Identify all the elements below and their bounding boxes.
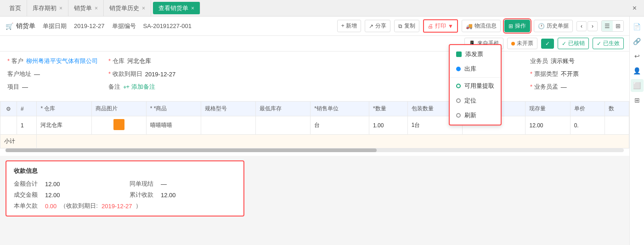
row-price: 0. <box>570 116 604 135</box>
sidebar-return-icon[interactable]: ↩ <box>631 50 644 63</box>
arrears-value: 0.00 <box>45 203 56 210</box>
not-open-button[interactable]: 未开票 <box>507 38 537 49</box>
tab-inventory[interactable]: 库存期初 × <box>27 0 68 16</box>
logistics-button[interactable]: 🚚 物流信息 <box>462 20 501 32</box>
print-button[interactable]: 🖨 打印 ▼ <box>423 19 458 33</box>
check-button[interactable]: ✓ <box>541 39 554 49</box>
col-price: 单价 <box>570 102 604 116</box>
tab-close-sales-history[interactable]: × <box>142 5 145 11</box>
subtotal-data <box>37 135 629 148</box>
sold-out-button[interactable]: ✓ 已核销 <box>558 38 589 49</box>
tab-view-sales[interactable]: 查看销货单 × <box>153 2 200 14</box>
tab-home[interactable]: 首页 <box>4 0 27 16</box>
doc-icon: 🛒 <box>6 23 13 30</box>
amount-total-value: 12.00 <box>45 181 60 188</box>
print-icon: 🖨 <box>428 23 433 29</box>
sidebar-grid-icon[interactable]: ⊞ <box>631 94 644 107</box>
col-image: 商品图片 <box>91 102 146 116</box>
doc-title-area: 🛒 销货单 <box>6 22 35 30</box>
copy-button[interactable]: ⧉ 复制 <box>394 20 419 32</box>
row-warehouse: 河北仓库 <box>37 116 91 135</box>
grid-view-icon[interactable]: ⊞ <box>613 21 623 31</box>
locate-label: 定位 <box>464 97 476 105</box>
cumulative-value: 12.00 <box>161 192 176 199</box>
add-note-button[interactable]: + + 添加备注 <box>123 83 155 91</box>
arrears-note: （收款到期日: <box>60 202 98 210</box>
row-image <box>91 116 146 135</box>
col-spec: 规格型号 <box>201 102 255 116</box>
window-close-button[interactable]: × <box>629 4 640 12</box>
sidebar-link-icon[interactable]: 🔗 <box>631 35 644 48</box>
transaction-label: 成交金额 <box>14 191 41 199</box>
dropdown-available[interactable]: 可用量提取 <box>450 79 501 93</box>
view-toggle: ☰ ⊞ <box>601 20 624 32</box>
payment-title: 收款信息 <box>14 167 236 175</box>
cumulative-row: 累计收款 12.00 <box>130 191 236 199</box>
row-settings[interactable] <box>0 116 17 135</box>
payment-grid: 金额合计 12.00 同单现结 — 成交金额 12.00 累计收款 12.00 … <box>14 180 236 210</box>
address-field: 客户地址 — <box>7 70 99 78</box>
amount-total-row: 金额合计 12.00 <box>14 180 120 188</box>
form-row-2: 客户地址 — 收款到期日 2019-12-27 票据类型 不开票 <box>7 70 622 78</box>
nav-arrows: ‹ › <box>576 21 598 31</box>
outbound-label: 出库 <box>464 65 476 73</box>
transaction-value: 12.00 <box>45 192 60 199</box>
col-settings[interactable]: ⚙ <box>0 102 17 116</box>
col-more: 数 <box>604 102 629 116</box>
staff-field: 业务员 演示账号 <box>530 57 622 65</box>
row-unit: 台 <box>311 116 369 135</box>
warehouse-value: 河北仓库 <box>127 57 151 65</box>
row-product: 嘻嘻嘻嘻 <box>146 116 201 135</box>
tab-close-inventory[interactable]: × <box>59 5 62 11</box>
row-qty: 1.00 <box>369 116 408 135</box>
operate-dropdown: 添发票 出库 可用量提取 定位 刷新 <box>449 44 502 125</box>
arrears-label: 本单欠款 <box>14 202 41 210</box>
customer-field: 客户 柳州粤港平安气体有限公司 <box>7 57 99 65</box>
project-label: 项目 <box>7 83 19 91</box>
staff2-value: — <box>561 84 567 91</box>
cumulative-label: 累计收款 <box>130 191 157 199</box>
staff-label: 业务员 <box>530 57 548 65</box>
customer-label: 客户 <box>7 57 23 65</box>
locate-icon <box>456 98 461 103</box>
row-stock: 12.00 <box>525 116 570 135</box>
list-view-icon[interactable]: ☰ <box>602 21 613 31</box>
tab-sales-history[interactable]: 销货单历史 × <box>104 0 151 16</box>
arrears-note-end: ） <box>136 202 141 210</box>
same-order-row: 同单现结 — <box>130 180 236 188</box>
next-arrow[interactable]: › <box>588 21 598 31</box>
share-icon: ↗ <box>369 23 373 29</box>
sidebar-expand-icon[interactable]: ⬜ <box>631 79 644 92</box>
share-button[interactable]: ↗ 分享 <box>365 20 390 32</box>
horizontal-scrollbar[interactable] <box>6 148 624 152</box>
same-order-label: 同单现结 <box>130 180 157 188</box>
tab-sales[interactable]: 销货单 × <box>68 0 104 16</box>
form-area: 客户 柳州粤港平安气体有限公司 仓库 河北仓库 业务员 演示账号 客户地址 — <box>0 51 629 101</box>
tab-close-sales[interactable]: × <box>95 5 98 11</box>
row-spec <box>201 116 255 135</box>
add-invoice-label: 添发票 <box>465 50 483 58</box>
effective-button[interactable]: ✓ 已生效 <box>593 38 624 49</box>
sidebar-doc-icon[interactable]: 📄 <box>631 20 644 33</box>
available-label: 可用量提取 <box>464 82 494 90</box>
subtotal-row: 小计 <box>0 135 629 148</box>
payment-info: 收款信息 金额合计 12.00 同单现结 — 成交金额 12.00 累计收款 1… <box>6 160 244 217</box>
col-no: # <box>17 102 37 116</box>
dropdown-locate[interactable]: 定位 <box>450 93 501 108</box>
prev-arrow[interactable]: ‹ <box>576 21 587 31</box>
tab-bar: 首页 库存期初 × 销货单 × 销货单历史 × 查看销货单 × × <box>0 0 644 17</box>
dropdown-add-invoice[interactable]: 添发票 <box>450 47 501 62</box>
table-row: 1 河北仓库 嘻嘻嘻嘻 台 1.00 1台 12.00 0. <box>0 116 629 135</box>
col-qty: *数量 <box>369 102 408 116</box>
dropdown-refresh[interactable]: 刷新 <box>450 108 501 123</box>
form-row-3: 项目 — 备注 + + 添加备注 业务员孟 — <box>7 83 622 91</box>
sidebar-user-icon[interactable]: 👤 <box>631 64 644 77</box>
operate-button[interactable]: ⊞ 操作 <box>504 20 530 32</box>
tab-close-view-sales[interactable]: × <box>191 5 194 11</box>
history-button[interactable]: 🕐 历史单据 <box>534 20 573 32</box>
product-image <box>113 119 124 130</box>
dropdown-outbound[interactable]: 出库 <box>450 62 501 76</box>
scroll-thumb[interactable] <box>6 148 377 152</box>
add-button[interactable]: + 新增 <box>337 20 361 32</box>
customer-value[interactable]: 柳州粤港平安气体有限公司 <box>26 57 98 65</box>
